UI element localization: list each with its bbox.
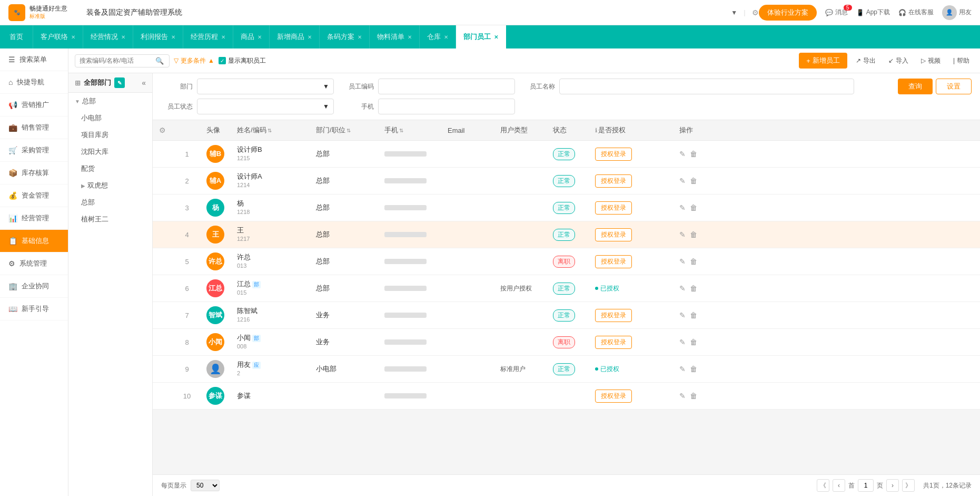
import-btn[interactable]: ↙ 导入 — [884, 54, 913, 67]
delete-icon[interactable]: 🗑 — [690, 177, 697, 185]
delete-icon[interactable]: 🗑 — [690, 150, 697, 158]
auth-login-btn[interactable]: 授权登录 — [595, 336, 632, 349]
auth-login-btn[interactable]: 授权登录 — [595, 201, 632, 215]
next-page-btn[interactable]: › — [886, 479, 899, 492]
tab-profit[interactable]: 利润报告✕ — [133, 25, 183, 48]
tab-bom[interactable]: 物料清单✕ — [370, 25, 420, 48]
add-employee-btn[interactable]: + 新增员工 — [799, 53, 847, 69]
col-auth-cell[interactable]: 授权登录 — [589, 329, 673, 356]
edit-icon[interactable]: ✎ — [679, 257, 686, 266]
emp-code-input[interactable] — [378, 79, 515, 94]
edit-icon[interactable]: ✎ — [679, 365, 686, 373]
sidebar-item-system[interactable]: ⚙ 系统管理 — [0, 252, 68, 275]
collapse-icon[interactable]: « — [142, 79, 146, 87]
query-btn[interactable]: 查询 — [898, 79, 933, 94]
sidebar-item-guide[interactable]: 📖 新手引导 — [0, 298, 68, 320]
delete-icon[interactable]: 🗑 — [690, 284, 697, 293]
auth-login-btn[interactable]: 授权登录 — [595, 148, 632, 161]
edit-icon[interactable]: ✎ — [679, 311, 686, 319]
col-auth-cell[interactable]: 授权登录 — [589, 168, 673, 194]
col-auth-cell[interactable]: 授权登录 — [589, 141, 673, 168]
edit-icon[interactable]: ✎ — [679, 177, 686, 185]
tab-employees[interactable]: 部门员工✕ — [456, 25, 506, 48]
sidebar-item-finance[interactable]: 💰 资金管理 — [0, 184, 68, 207]
page-number-input[interactable] — [858, 479, 874, 492]
show-leave-toggle[interactable]: ✓ 显示离职员工 — [219, 56, 266, 65]
message-action[interactable]: 💬 消息 5 — [825, 8, 848, 17]
auth-login-btn[interactable]: 授权登录 — [595, 174, 632, 188]
dept-select[interactable]: ▼ — [197, 79, 334, 94]
more-filters-btn[interactable]: ▽ 更多条件 ▲ — [174, 56, 214, 65]
set-btn[interactable]: 设置 — [936, 79, 972, 94]
page-size-select[interactable]: 50 100 — [191, 480, 220, 491]
delete-icon[interactable]: 🗑 — [690, 203, 697, 212]
col-auth-cell[interactable]: 授权登录 — [589, 383, 673, 410]
system-dropdown-btn[interactable]: ▼ — [731, 9, 737, 16]
auth-login-btn[interactable]: 授权登录 — [595, 309, 632, 322]
dept-node-headquarter[interactable]: ▼ 总部 — [68, 93, 152, 110]
dept-node-project[interactable]: 项目库房 — [68, 127, 152, 143]
delete-icon[interactable]: 🗑 — [690, 392, 697, 400]
col-auth-cell[interactable]: 授权登录 — [589, 221, 673, 248]
app-download-action[interactable]: 📱 App下载 — [856, 8, 890, 17]
dept-node-small-elec[interactable]: 小电部 — [68, 110, 152, 127]
dept-node-zongbu[interactable]: 总部 — [68, 194, 152, 211]
avatar-circle: 参谋 — [206, 387, 224, 405]
edit-icon[interactable]: ✎ — [679, 150, 686, 158]
user-action[interactable]: 👤 用友 — [942, 5, 972, 20]
phone-input[interactable] — [378, 99, 515, 114]
dept-node-shuanghu[interactable]: ▶ 双虎想 — [68, 177, 152, 194]
table-settings-icon[interactable]: ⚙ — [159, 126, 166, 134]
help-btn[interactable]: | 帮助 — [949, 54, 974, 67]
auth-login-btn[interactable]: 授权登录 — [595, 390, 632, 403]
tab-goods[interactable]: 商品✕ — [233, 25, 270, 48]
dept-node-distribute[interactable]: 配货 — [68, 160, 152, 177]
sidebar-item-enterprise[interactable]: 🏢 企业协同 — [0, 275, 68, 298]
auth-login-btn[interactable]: 授权登录 — [595, 228, 632, 241]
sidebar-item-marketing[interactable]: 📢 营销推广 — [0, 94, 68, 116]
col-auth-cell[interactable]: 授权登录 — [589, 248, 673, 275]
delete-icon[interactable]: 🗑 — [690, 338, 697, 346]
tab-home[interactable]: 首页 — [0, 25, 33, 48]
delete-icon[interactable]: 🗑 — [690, 311, 697, 319]
video-btn[interactable]: ▷ 视频 — [917, 54, 945, 67]
dept-node-zhishu[interactable]: 植树王二 — [68, 211, 152, 228]
dept-node-shenyang[interactable]: 沈阳大库 — [68, 143, 152, 160]
tab-warehouse[interactable]: 仓库✕ — [420, 25, 456, 48]
delete-icon[interactable]: 🗑 — [690, 257, 697, 266]
status-select[interactable]: ▼ — [197, 99, 334, 114]
edit-icon[interactable]: ✎ — [679, 284, 686, 293]
first-page-btn[interactable]: 《 — [817, 479, 829, 492]
sidebar-item-search[interactable]: ☰ 搜索菜单 — [0, 48, 68, 71]
auth-login-btn[interactable]: 授权登录 — [595, 255, 632, 268]
edit-icon[interactable]: ✎ — [679, 338, 686, 346]
tab-operations[interactable]: 经营情况✕ — [83, 25, 133, 48]
tab-history[interactable]: 经营历程✕ — [183, 25, 233, 48]
sidebar-item-basic[interactable]: 📋 基础信息 — [0, 230, 68, 252]
search-input[interactable] — [80, 57, 153, 64]
sidebar-item-sales[interactable]: 💼 销售管理 — [0, 116, 68, 139]
settings-icon[interactable]: ⚙ — [752, 8, 759, 17]
sidebar-item-shortcuts[interactable]: ⌂ 快捷导航 — [0, 71, 68, 94]
tab-new-goods[interactable]: 新增商品✕ — [270, 25, 320, 48]
dept-edit-btn[interactable]: ✎ — [114, 77, 125, 88]
export-btn[interactable]: ↗ 导出 — [852, 54, 880, 67]
sidebar-item-inventory[interactable]: 📦 库存核算 — [0, 162, 68, 184]
last-page-btn[interactable]: 》 — [902, 479, 915, 492]
col-auth-cell[interactable]: 授权登录 — [589, 194, 673, 221]
edit-icon[interactable]: ✎ — [679, 392, 686, 400]
sidebar-item-purchase[interactable]: 🛒 采购管理 — [0, 139, 68, 162]
prev-page-btn[interactable]: ‹ — [833, 479, 845, 492]
edit-icon[interactable]: ✎ — [679, 203, 686, 212]
emp-name-input[interactable] — [559, 79, 854, 94]
col-auth-cell[interactable]: 授权登录 — [589, 302, 673, 329]
delete-icon[interactable]: 🗑 — [690, 230, 697, 239]
tab-barcode[interactable]: 条码方案✕ — [320, 25, 370, 48]
trial-btn[interactable]: 体验行业方案 — [759, 5, 817, 21]
sidebar-item-operations[interactable]: 📊 经营管理 — [0, 207, 68, 230]
delete-icon[interactable]: 🗑 — [690, 365, 697, 373]
edit-icon[interactable]: ✎ — [679, 230, 686, 239]
online-service-action[interactable]: 🎧 在线客服 — [898, 8, 934, 17]
tab-customer[interactable]: 客户联络✕ — [33, 25, 83, 48]
col-no-cell: 5 — [174, 248, 200, 275]
